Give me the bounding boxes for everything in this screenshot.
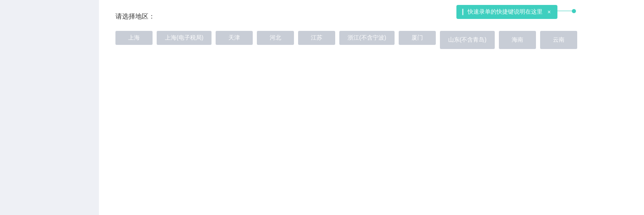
region-button-yunnan[interactable]: 云南 bbox=[540, 31, 577, 49]
region-button-hebei[interactable]: 河北 bbox=[257, 31, 294, 45]
region-button-hainan[interactable]: 海南 bbox=[499, 31, 536, 49]
tooltip-text: 快速录单的快捷键说明在这里 bbox=[468, 8, 543, 16]
dot-indicator bbox=[572, 9, 576, 13]
dot-line bbox=[557, 11, 574, 11]
region-buttons: 上海上海(电子税局)天津河北江苏浙江(不含宁波)厦门山东(不含青岛)海南云南 bbox=[115, 31, 628, 49]
region-button-zhejiang[interactable]: 浙江(不含宁波) bbox=[339, 31, 394, 45]
region-button-shandong[interactable]: 山东(不含青岛) bbox=[440, 31, 495, 49]
region-button-jiangsu[interactable]: 江苏 bbox=[298, 31, 335, 45]
region-button-xiamen[interactable]: 厦门 bbox=[399, 31, 436, 45]
tooltip-banner: 快速录单的快捷键说明在这里 × bbox=[456, 5, 557, 19]
tooltip-left-bar bbox=[462, 9, 463, 15]
main-content: 请选择地区： 上海上海(电子税局)天津河北江苏浙江(不含宁波)厦门山东(不含青岛… bbox=[99, 0, 644, 215]
region-button-tianjin[interactable]: 天津 bbox=[216, 31, 253, 45]
sidebar bbox=[0, 0, 99, 215]
tooltip-close-button[interactable]: × bbox=[547, 9, 552, 15]
region-button-shanghai[interactable]: 上海 bbox=[115, 31, 153, 45]
region-button-shanghai-etax[interactable]: 上海(电子税局) bbox=[157, 31, 212, 45]
